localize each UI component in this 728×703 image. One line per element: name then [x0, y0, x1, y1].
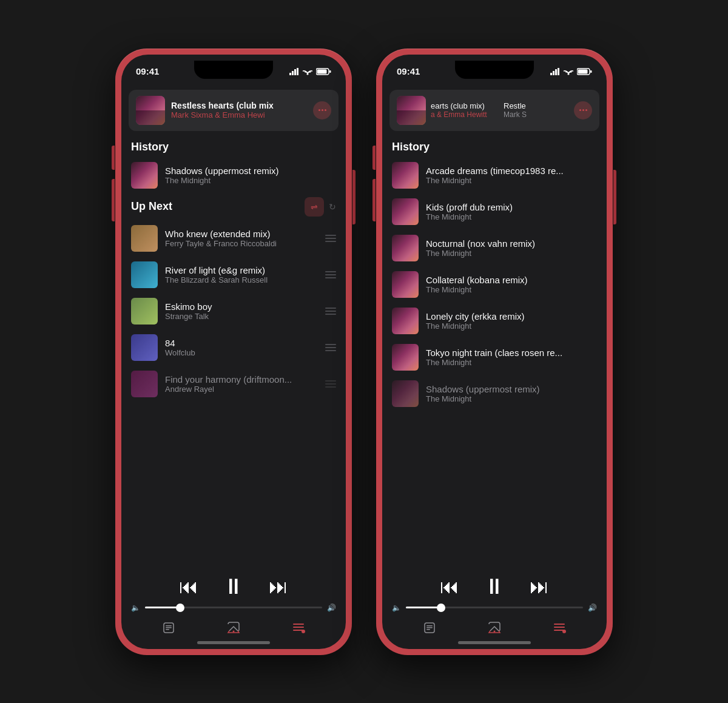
history-item-right-0[interactable]: Arcade dreams (timecop1983 re... The Mid…: [382, 157, 607, 193]
svg-rect-13: [293, 624, 304, 625]
drag-handle-left-0[interactable]: [325, 235, 336, 242]
drag-handle-left-4[interactable]: [325, 380, 336, 388]
notch-right: [455, 61, 534, 79]
drag-handle-left-3[interactable]: [325, 344, 336, 351]
now-playing-artist-left: Mark Sixma & Emma Hewi: [171, 110, 307, 119]
shuffle-icon-left: ⇌: [311, 202, 318, 212]
battery-icon-left: [316, 68, 331, 75]
history-thumb-right-0: [392, 162, 419, 189]
progress-knob-left[interactable]: [176, 604, 184, 612]
lyrics-icon-left: [161, 621, 176, 635]
upnext-text-left-3: 84 Wolfclub: [165, 338, 318, 357]
upnext-title-left-1: River of light (e&g remix): [165, 265, 318, 275]
history-thumb-left-0: [131, 162, 158, 189]
history-text-right-6: Shadows (uppermost remix) The Midnight: [426, 384, 597, 403]
progress-track-left[interactable]: [145, 607, 322, 608]
prev-button-left[interactable]: ⏮: [179, 577, 198, 596]
vol-max-icon-left[interactable]: 🔊: [327, 604, 336, 612]
more-button-left[interactable]: [313, 101, 331, 119]
vol-max-icon-right[interactable]: 🔊: [588, 604, 597, 612]
history-heading-right: History: [382, 136, 607, 157]
history-artist-right-5: The Midnight: [426, 358, 597, 367]
more-dots-right: [579, 109, 587, 111]
next-button-right[interactable]: ⏭: [530, 577, 549, 596]
svg-rect-2: [294, 69, 296, 75]
queue-icon-right: [552, 621, 567, 635]
svg-point-16: [302, 630, 305, 633]
status-time-left: 09:41: [136, 66, 159, 76]
upnext-item-left-4[interactable]: Find your harmony (driftmoon... Andrew R…: [121, 366, 346, 402]
now-playing-bar-right[interactable]: earts (club mix) a & Emma Hewitt Restle …: [389, 90, 599, 131]
drag-handle-left-2[interactable]: [325, 308, 336, 315]
history-artist-left-0: The Midnight: [165, 176, 336, 185]
history-text-right-4: Lonely city (erkka remix) The Midnight: [426, 311, 597, 331]
history-list-right: Arcade dreams (timecop1983 re... The Mid…: [382, 157, 607, 570]
vol-min-icon-left[interactable]: 🔈: [131, 604, 140, 612]
svg-rect-6: [317, 69, 327, 73]
upnext-artist-left-4: Andrew Rayel: [165, 385, 318, 394]
history-item-right-3[interactable]: Collateral (kobana remix) The Midnight: [382, 266, 607, 303]
upnext-artist-left-0: Ferry Tayle & Franco Riccobaldi: [165, 239, 318, 248]
vol-min-icon-right[interactable]: 🔈: [392, 604, 401, 612]
progress-track-right[interactable]: [406, 607, 583, 608]
upnext-artist-left-2: Strange Talk: [165, 312, 318, 321]
upnext-text-left-0: Who knew (extended mix) Ferry Tayle & Fr…: [165, 229, 318, 248]
shuffle-button-left[interactable]: ⇌: [305, 197, 324, 217]
nav-airplay-left[interactable]: [226, 621, 241, 635]
history-title-right-1: Kids (proff dub remix): [426, 202, 597, 212]
history-text-right-1: Kids (proff dub remix) The Midnight: [426, 202, 597, 221]
svg-rect-14: [293, 627, 304, 628]
history-item-right-6[interactable]: Shadows (uppermost remix) The Midnight: [382, 375, 607, 412]
nav-lyrics-right[interactable]: [422, 621, 437, 635]
phone-left: 09:41: [115, 49, 352, 655]
history-thumb-right-3: [392, 271, 419, 298]
phone-left-screen: 09:41: [121, 55, 346, 649]
nav-lyrics-left[interactable]: [161, 621, 176, 635]
now-playing-bar-left[interactable]: Restless hearts (club mix Mark Sixma & E…: [129, 90, 339, 131]
now-playing-thumb-left: [136, 96, 165, 125]
queue-icon-left: [291, 621, 306, 635]
phone-right: 09:41: [376, 49, 613, 655]
upnext-title-left-4: Find your harmony (driftmoon...: [165, 374, 318, 385]
now-playing-col1: earts (club mix) a & Emma Hewitt: [431, 101, 496, 119]
status-icons-right: [550, 68, 592, 75]
next-button-left[interactable]: ⏭: [269, 577, 288, 596]
history-artist-right-3: The Midnight: [426, 285, 597, 294]
history-item-right-4[interactable]: Lonely city (erkka remix) The Midnight: [382, 303, 607, 339]
more-button-right[interactable]: [574, 101, 592, 119]
pause-button-right[interactable]: ⏸: [484, 576, 505, 597]
drag-handle-left-1[interactable]: [325, 271, 336, 278]
history-title-right-0: Arcade dreams (timecop1983 re...: [426, 166, 597, 176]
wifi-icon-left: [303, 68, 312, 75]
svg-rect-26: [426, 625, 433, 627]
history-item-right-5[interactable]: Tokyo night train (claes rosen re... The…: [382, 339, 607, 375]
upnext-item-left-1[interactable]: River of light (e&g remix) The Blizzard …: [121, 257, 346, 293]
history-item-left-0[interactable]: Shadows (uppermost remix) The Midnight: [121, 157, 346, 193]
svg-rect-18: [553, 71, 554, 75]
more-dots-left: [318, 109, 326, 111]
svg-rect-0: [289, 73, 291, 75]
home-indicator-right: [458, 641, 531, 644]
nav-queue-left[interactable]: [291, 621, 306, 635]
upnext-item-left-2[interactable]: Eskimo boy Strange Talk: [121, 293, 346, 329]
svg-rect-30: [554, 624, 565, 625]
nav-queue-right[interactable]: [552, 621, 567, 635]
history-item-right-2[interactable]: Nocturnal (nox vahn remix) The Midnight: [382, 230, 607, 266]
upnext-text-left-2: Eskimo boy Strange Talk: [165, 301, 318, 321]
history-item-right-1[interactable]: Kids (proff dub remix) The Midnight: [382, 193, 607, 230]
svg-point-21: [567, 73, 569, 75]
side-button-left: [352, 170, 356, 224]
nav-airplay-right[interactable]: [487, 621, 502, 635]
history-artist-right-6: The Midnight: [426, 394, 597, 403]
repeat-icon-left[interactable]: ↻: [329, 202, 336, 212]
pause-button-left[interactable]: ⏸: [223, 576, 244, 597]
history-thumb-right-5: [392, 344, 419, 371]
upnext-item-left-0[interactable]: Who knew (extended mix) Ferry Tayle & Fr…: [121, 220, 346, 257]
side-button-right: [613, 170, 616, 224]
prev-button-right[interactable]: ⏮: [440, 577, 459, 596]
upnext-title-left: Up Next: [131, 200, 172, 213]
upnext-thumb-left-3: [131, 334, 158, 361]
progress-knob-right[interactable]: [437, 604, 445, 612]
upnext-item-left-3[interactable]: 84 Wolfclub: [121, 329, 346, 366]
status-icons-left: [289, 68, 331, 75]
